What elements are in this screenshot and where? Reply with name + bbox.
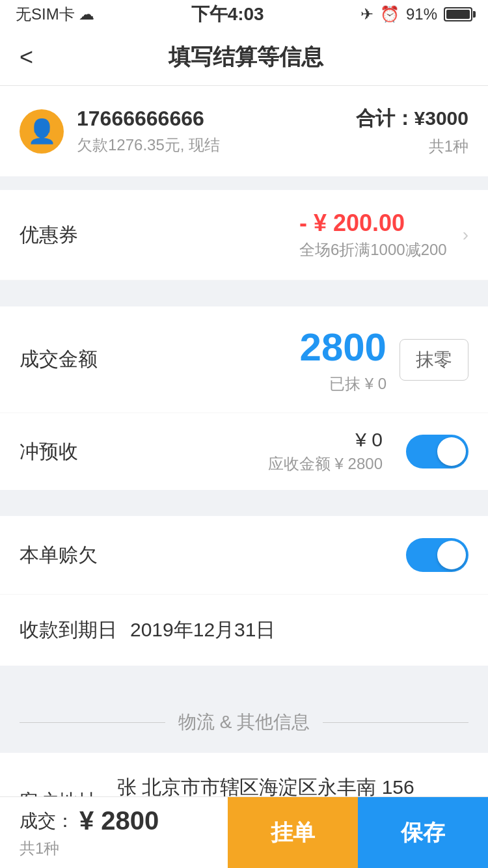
back-button[interactable]: <	[20, 44, 33, 71]
location-icon: ✈	[360, 5, 373, 23]
coupon-row[interactable]: 优惠券 - ¥ 200.00 全场6折满1000减200 ›	[0, 190, 488, 280]
divider-1	[0, 293, 488, 306]
status-bar: 无SIM卡 ☁ 下午4:03 ✈ ⏰ 91%	[0, 0, 488, 29]
battery-percent: 91%	[406, 5, 437, 23]
coupon-amount: - ¥ 200.00	[299, 210, 447, 237]
deal-right: 2800 已抹 ¥ 0 抹零	[300, 325, 468, 394]
coupon-desc: 全场6折满1000减200	[299, 239, 447, 260]
prepayment-info: ¥ 0 应收金额 ¥ 2800	[268, 429, 383, 474]
save-button[interactable]: 保存	[358, 797, 488, 868]
round-zero-button[interactable]: 抹零	[400, 339, 468, 381]
status-left: 无SIM卡 ☁	[16, 4, 94, 25]
logistics-text: 物流 & 其他信息	[178, 710, 310, 735]
credit-section: 本单赊欠 收款到期日 2019年12月31日	[0, 516, 488, 666]
deal-amount-label: 成交金额	[20, 346, 98, 373]
divider-3	[0, 679, 488, 692]
hang-button[interactable]: 挂单	[228, 797, 358, 868]
logistics-line-left	[20, 722, 165, 723]
prepayment-label: 冲预收	[20, 439, 78, 465]
total-amount: 合计：¥3000	[356, 105, 468, 132]
coupon-info: - ¥ 200.00 全场6折满1000减200	[299, 210, 447, 260]
page-title: 填写结算等信息	[46, 42, 445, 72]
footer-summary: 成交： ¥ 2800 共1种	[0, 797, 228, 868]
prepayment-sub: 应收金额 ¥ 2800	[268, 454, 383, 474]
sim-label: 无SIM卡 ☁	[16, 4, 94, 25]
customer-section: 👤 17666666666 欠款1276.35元, 现结 合计：¥3000 共1…	[0, 86, 488, 177]
footer-bar: 成交： ¥ 2800 共1种 挂单 保存	[0, 796, 488, 868]
customer-total: 合计：¥3000 共1种	[356, 105, 468, 157]
nav-bar: < 填写结算等信息	[0, 29, 488, 86]
footer-deal: 成交： ¥ 2800	[20, 806, 208, 835]
due-date-row: 收款到期日 2019年12月31日	[0, 594, 488, 666]
coupon-label: 优惠券	[20, 222, 78, 249]
alarm-icon: ⏰	[380, 5, 400, 23]
logistics-header: 物流 & 其他信息	[0, 692, 488, 753]
credit-label: 本单赊欠	[20, 542, 98, 569]
due-date-value: 2019年12月31日	[130, 617, 275, 644]
toggle-thumb	[437, 437, 466, 466]
credit-toggle[interactable]	[406, 538, 468, 572]
customer-row: 👤 17666666666 欠款1276.35元, 现结 合计：¥3000 共1…	[0, 86, 488, 177]
footer-amount: ¥ 2800	[79, 806, 159, 835]
due-date-label: 收款到期日	[20, 617, 117, 644]
customer-info: 17666666666 欠款1276.35元, 现结	[77, 107, 356, 156]
coupon-section: 优惠券 - ¥ 200.00 全场6折满1000减200 ›	[0, 190, 488, 280]
credit-row: 本单赊欠	[0, 516, 488, 594]
status-right: ✈ ⏰ 91%	[360, 5, 472, 23]
footer-deal-label: 成交：	[20, 809, 74, 834]
avatar: 👤	[20, 109, 64, 154]
deal-amount-value: 2800	[300, 325, 386, 370]
deal-amount-row: 成交金额 2800 已抹 ¥ 0 抹零	[0, 306, 488, 413]
chevron-right-icon: ›	[463, 224, 468, 245]
divider-2	[0, 503, 488, 516]
deal-amount-info: 2800 已抹 ¥ 0	[300, 325, 386, 394]
battery-icon	[444, 7, 472, 21]
avatar-icon: 👤	[27, 118, 57, 145]
deal-amount-sub: 已抹 ¥ 0	[300, 373, 386, 394]
total-sub: 共1种	[356, 136, 468, 157]
deal-section: 成交金额 2800 已抹 ¥ 0 抹零 冲预收 ¥ 0 应收金额 ¥ 2800	[0, 306, 488, 490]
coupon-right: - ¥ 200.00 全场6折满1000减200 ›	[299, 210, 468, 260]
prepayment-row: 冲预收 ¥ 0 应收金额 ¥ 2800	[0, 413, 488, 490]
prepayment-right: ¥ 0 应收金额 ¥ 2800	[268, 429, 468, 474]
customer-phone: 17666666666	[77, 107, 356, 131]
customer-sub: 欠款1276.35元, 现结	[77, 135, 356, 156]
credit-toggle-thumb	[437, 541, 466, 569]
footer-count: 共1种	[20, 838, 208, 859]
time-label: 下午4:03	[191, 2, 264, 27]
prepayment-toggle[interactable]	[406, 435, 468, 468]
prepayment-amount: ¥ 0	[268, 429, 383, 451]
logistics-line-right	[323, 722, 468, 723]
